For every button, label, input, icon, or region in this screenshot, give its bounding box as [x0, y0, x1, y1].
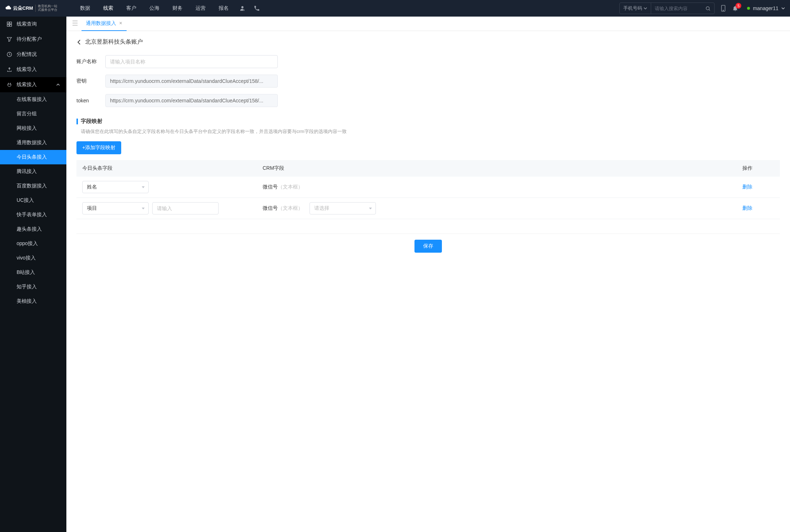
- svg-rect-7: [7, 25, 9, 26]
- sidebar-sub-school[interactable]: 网校接入: [0, 121, 66, 136]
- sidebar-submenu: 在线客服接入 留言分组 网校接入 通用数据接入 今日头条接入 腾讯接入 百度数据…: [0, 92, 66, 309]
- chevron-up-icon: [56, 82, 60, 88]
- row-account-name: 账户名称: [76, 55, 780, 68]
- nav-finance[interactable]: 财务: [166, 0, 189, 17]
- mobile-icon[interactable]: [720, 5, 726, 12]
- crm-field-display: 微信号（文本框）: [263, 184, 303, 190]
- label-token: token: [76, 98, 105, 103]
- sidebar-item-access[interactable]: 线索接入: [0, 77, 66, 92]
- mapping-table: 今日头条字段 CRM字段 操作 姓名 微信号（文本框）: [76, 160, 780, 219]
- delete-link[interactable]: 删除: [742, 205, 752, 211]
- main-area: 通用数据接入 ✕ 北京昱新科技头条账户 账户名称 密钥 token: [66, 17, 790, 532]
- input-account-name[interactable]: [105, 55, 278, 68]
- bell-icon[interactable]: 5: [732, 5, 738, 12]
- svg-point-0: [241, 6, 243, 8]
- sidebar-sub-message-group[interactable]: 留言分组: [0, 107, 66, 121]
- svg-rect-8: [10, 25, 12, 26]
- top-header: 云朵CRM 教育机构一站 式服务云平台 数据 线索 客户 公海 财务 运营 报名…: [0, 0, 790, 17]
- search-input[interactable]: [651, 6, 702, 11]
- grid-icon: [6, 21, 12, 27]
- sidebar: 线索查询 待分配客户 分配情况 线索导入 线索接入 在线客服接入 留言分组 网校…: [0, 17, 66, 532]
- sidebar-sub-uc[interactable]: UC接入: [0, 193, 66, 208]
- mapping-header: 字段映射: [76, 118, 780, 125]
- sidebar-sub-kuaishou[interactable]: 快手表单接入: [0, 208, 66, 222]
- chevron-down-icon: [781, 6, 785, 10]
- row-secret: 密钥: [76, 75, 780, 88]
- sidebar-sub-meiyou[interactable]: 美柚接入: [0, 294, 66, 309]
- plug-icon: [6, 82, 12, 88]
- upload-icon: [6, 67, 12, 72]
- filter-icon: [6, 36, 12, 42]
- content: 北京昱新科技头条账户 账户名称 密钥 token 字段映射 请确保您在此填写的头…: [66, 31, 790, 532]
- toutiao-field-select[interactable]: 姓名: [82, 181, 149, 193]
- logo-mark: 云朵CRM: [5, 5, 33, 12]
- toutiao-field-select[interactable]: 项目: [82, 202, 149, 214]
- svg-rect-5: [7, 22, 9, 24]
- mapping-hint: 请确保您在此填写的头条自定义字段名称与在今日头条平台中自定义的字段名称一致，并且…: [81, 128, 780, 135]
- clock-icon: [6, 52, 12, 57]
- mapping-title: 字段映射: [81, 118, 102, 125]
- sidebar-sub-oppo[interactable]: oppo接入: [0, 236, 66, 251]
- label-account-name: 账户名称: [76, 58, 105, 65]
- svg-point-4: [723, 10, 724, 11]
- tabs-bar: 通用数据接入 ✕: [66, 17, 790, 31]
- logo[interactable]: 云朵CRM 教育机构一站 式服务云平台: [5, 5, 66, 12]
- nav-user-icon[interactable]: [235, 0, 250, 17]
- sidebar-sub-bilibili[interactable]: B站接入: [0, 265, 66, 280]
- status-dot: [747, 7, 750, 10]
- nav-operations[interactable]: 运营: [189, 0, 212, 17]
- username: manager11: [753, 5, 778, 11]
- sidebar-sub-generic-data[interactable]: 通用数据接入: [0, 136, 66, 150]
- th-operation: 操作: [737, 160, 780, 177]
- table-row: 姓名 微信号（文本框） 删除: [76, 177, 780, 198]
- sidebar-item-pending[interactable]: 待分配客户: [0, 32, 66, 47]
- table-row: 项目 微信号（文本框） 请选择 删除: [76, 198, 780, 219]
- search-button[interactable]: [702, 6, 714, 11]
- nav-public-sea[interactable]: 公海: [143, 0, 166, 17]
- section-bar: [76, 119, 78, 124]
- search-type-selector[interactable]: 手机号码: [620, 3, 651, 14]
- input-token[interactable]: [105, 94, 278, 107]
- sidebar-sub-online-service[interactable]: 在线客服接入: [0, 92, 66, 107]
- user-menu[interactable]: manager11: [747, 5, 785, 11]
- th-crm-field: CRM字段: [257, 160, 737, 177]
- label-secret: 密钥: [76, 78, 105, 84]
- close-icon[interactable]: ✕: [119, 21, 122, 26]
- header-right: 手机号码 5 manager11: [619, 3, 785, 14]
- nav-customers[interactable]: 客户: [120, 0, 143, 17]
- logo-tagline: 教育机构一站 式服务云平台: [35, 5, 57, 12]
- add-mapping-button[interactable]: +添加字段映射: [76, 141, 121, 154]
- global-search: 手机号码: [619, 3, 715, 14]
- sidebar-sub-baidu[interactable]: 百度数据接入: [0, 179, 66, 193]
- sidebar-item-clue-query[interactable]: 线索查询: [0, 17, 66, 32]
- nav-clues[interactable]: 线索: [97, 0, 120, 17]
- nav-data[interactable]: 数据: [74, 0, 97, 17]
- sidebar-sub-zhihu[interactable]: 知乎接入: [0, 280, 66, 294]
- input-secret[interactable]: [105, 75, 278, 88]
- row-token: token: [76, 94, 780, 107]
- delete-link[interactable]: 删除: [742, 184, 752, 190]
- page-title: 北京昱新科技头条账户: [85, 38, 143, 46]
- sidebar-sub-tencent[interactable]: 腾讯接入: [0, 164, 66, 179]
- nav-enroll[interactable]: 报名: [212, 0, 235, 17]
- crm-field-select[interactable]: 请选择: [310, 202, 376, 214]
- sidebar-item-import[interactable]: 线索导入: [0, 62, 66, 77]
- sidebar-sub-qutoutiao[interactable]: 趣头条接入: [0, 222, 66, 236]
- tabs-collapse-icon[interactable]: [70, 18, 80, 29]
- toutiao-field-input[interactable]: [152, 202, 219, 214]
- svg-rect-6: [10, 22, 12, 24]
- top-nav: 数据 线索 客户 公海 财务 运营 报名: [74, 0, 264, 17]
- svg-point-2: [706, 6, 710, 10]
- nav-phone-icon[interactable]: [250, 0, 264, 17]
- footer-bar: 保存: [76, 234, 780, 258]
- chevron-left-icon: [76, 39, 82, 45]
- sidebar-sub-vivo[interactable]: vivo接入: [0, 251, 66, 265]
- sidebar-item-allocation[interactable]: 分配情况: [0, 47, 66, 62]
- th-toutiao-field: 今日头条字段: [76, 160, 257, 177]
- back-title[interactable]: 北京昱新科技头条账户: [76, 38, 780, 46]
- sidebar-sub-toutiao[interactable]: 今日头条接入: [0, 150, 66, 164]
- notif-badge: 5: [736, 3, 741, 9]
- tab-generic-data[interactable]: 通用数据接入 ✕: [82, 17, 127, 31]
- crm-field-display: 微信号（文本框）: [263, 205, 303, 212]
- save-button[interactable]: 保存: [414, 240, 442, 253]
